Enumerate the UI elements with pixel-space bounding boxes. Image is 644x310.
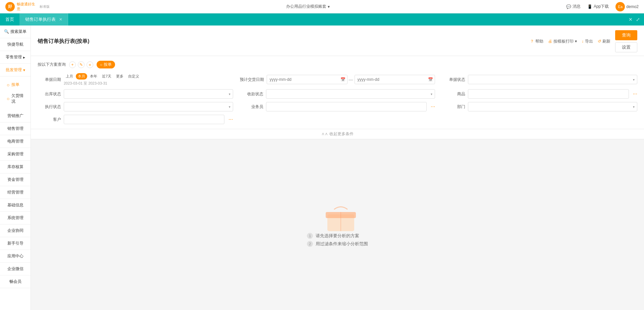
payment-status-select-wrap: ▾ <box>266 89 435 99</box>
top-bar-center[interactable]: 办公用品行业模拟账套 ▾ <box>286 4 330 9</box>
date-range-display-text: 2023-03-01 至 2023-03-31 <box>64 81 233 86</box>
collapse-arrow-icon: ∧∧ <box>321 132 328 136</box>
tab-close-all-icon[interactable]: ✕ <box>629 17 633 22</box>
sidebar-item-corp-wechat[interactable]: 企业微信 <box>0 263 31 275</box>
sidebar-item-finance-mgmt[interactable]: 资金管理 <box>0 173 31 186</box>
print-chevron-icon: ▾ <box>575 39 577 44</box>
date-separator: — <box>349 77 353 82</box>
tab-home[interactable]: 首页 <box>0 13 20 25</box>
collapse-bar[interactable]: ∧∧ 收起更多条件 <box>31 129 644 139</box>
tab-bar: 首页 销售订单执行表 ✕ ✕ ⤢ <box>0 13 644 25</box>
customer-dots-icon[interactable]: ··· <box>228 116 233 122</box>
dept-label: 部门 <box>442 104 465 110</box>
help-icon: ？ <box>530 39 534 44</box>
form-row-exec-status: 执行状态 ▾ <box>38 102 233 111</box>
scheme-edit-btn[interactable]: ✎ <box>78 61 85 68</box>
order-icon: ○ <box>7 82 9 88</box>
account-chevron-icon: ▾ <box>328 4 330 9</box>
sidebar-item-purchase-mgmt[interactable]: 采购管理 <box>0 148 31 161</box>
export-action[interactable]: ↓ 导出 <box>582 39 593 44</box>
top-bar: 好 畅捷通好生意 标准版 办公用品行业模拟账套 ▾ 💬 消息 📱 App下载 E… <box>0 0 644 13</box>
sidebar-item-new-guide[interactable]: 新手引导 <box>0 237 31 250</box>
scheme-bar: 按以下方案查询 + ✎ « ○ 按单 <box>38 61 637 68</box>
dq-more[interactable]: 更多 <box>114 73 125 80</box>
payment-status-select[interactable] <box>266 89 435 99</box>
print-action[interactable]: 🖨 按模板打印 ▾ <box>548 39 577 44</box>
settings-button[interactable]: 设置 <box>615 42 637 52</box>
exec-status-select[interactable] <box>64 102 233 111</box>
sidebar-item-sys-mgmt[interactable]: 系统管理 <box>0 212 31 224</box>
order-status-select[interactable] <box>468 75 637 84</box>
dq-last-7[interactable]: 近7天 <box>100 73 113 80</box>
sidebar-subitem-debt[interactable]: ○ 欠货情况 <box>0 90 31 107</box>
search-form-row4: 客户 ··· <box>38 115 637 124</box>
sidebar-item-member[interactable]: 畅会员 <box>0 275 31 288</box>
sidebar-item-marketing[interactable]: 营销推广 <box>0 110 31 122</box>
top-bar-right: 💬 消息 📱 App下载 Ea demo2 <box>566 2 639 11</box>
help-action[interactable]: ？ 帮助 <box>530 39 543 44</box>
search-form-row3: 执行状态 ▾ 业务员 ··· 部门 <box>38 102 637 111</box>
sidebar-item-ops-mgmt[interactable]: 经营管理 <box>0 186 31 199</box>
sidebar-item-sales-mgmt[interactable]: 销售管理 <box>0 122 31 135</box>
page-title: 销售订单执行表(按单) <box>38 38 90 45</box>
print-icon: 🖨 <box>548 39 552 44</box>
scheme-label: 按以下方案查询 <box>38 62 66 67</box>
goods-input[interactable] <box>468 89 629 99</box>
sidebar-item-app-center[interactable]: 应用中心 <box>0 250 31 263</box>
expected-date-label: 预计交货日期 <box>240 77 264 83</box>
scheme-tag-order-icon: ○ <box>100 62 102 67</box>
search-form-row2: 出库状态 ▾ 收款状态 ▾ <box>38 89 637 99</box>
logo-icon: 好 <box>5 2 15 11</box>
sidebar-item-quick-nav[interactable]: 快捷导航 <box>0 38 31 51</box>
expected-date-start-input[interactable] <box>267 75 347 84</box>
expected-date-end-input[interactable] <box>355 75 435 84</box>
avatar: Ea <box>615 2 625 11</box>
delivery-status-label: 出库状态 <box>38 91 61 97</box>
sidebar-item-wholesale-mgmt[interactable]: 批发管理 ▾ <box>0 64 31 76</box>
customer-input[interactable] <box>64 115 224 124</box>
sidebar-search[interactable]: 🔍 搜索菜单 <box>0 25 31 38</box>
app-download-btn[interactable]: 📱 App下载 <box>587 4 609 9</box>
tab-expand-icon[interactable]: ⤢ <box>636 17 640 22</box>
customer-label: 客户 <box>38 117 61 122</box>
sidebar-item-basic-info[interactable]: 基础信息 <box>0 199 31 212</box>
user-profile[interactable]: Ea demo2 <box>615 2 639 11</box>
salesman-input[interactable] <box>266 102 427 111</box>
sidebar-item-corp-coop[interactable]: 企业协同 <box>0 224 31 237</box>
step-1-num: 1 <box>307 233 313 239</box>
date-quick-filters: 上月 本月 本年 近7天 更多 自定义 <box>64 73 233 80</box>
empty-steps: 1 请先选择要分析的方案 2 用过滤条件来缩小分析范围 <box>307 233 368 247</box>
sub-menu-wholesale: ○ 按单 ○ 欠货情况 <box>0 76 31 110</box>
search-panel: 按以下方案查询 + ✎ « ○ 按单 <box>31 56 644 129</box>
sidebar: 🔍 搜索菜单 快捷导航 零售管理 ▸ 批发管理 ▾ ○ 按单 ○ 欠货情况 营销… <box>0 25 31 310</box>
sidebar-item-retail-mgmt[interactable]: 零售管理 ▸ <box>0 51 31 64</box>
scheme-add-btn[interactable]: + <box>69 61 76 68</box>
message-icon: 💬 <box>566 4 571 9</box>
salesman-dots-icon[interactable]: ··· <box>431 104 435 110</box>
salesman-label: 业务员 <box>240 104 263 110</box>
dq-this-year[interactable]: 本年 <box>88 73 99 80</box>
dept-select[interactable] <box>468 102 637 111</box>
message-btn[interactable]: 💬 消息 <box>566 4 581 9</box>
sidebar-item-stock-check[interactable]: 库存核算 <box>0 161 31 173</box>
tab-close-icon[interactable]: ✕ <box>59 17 62 22</box>
delivery-status-select[interactable] <box>64 89 233 99</box>
scheme-collapse-btn[interactable]: « <box>87 61 93 68</box>
dq-last-month[interactable]: 上月 <box>64 73 75 80</box>
form-row-delivery-status: 出库状态 ▾ <box>38 89 233 99</box>
sidebar-subitem-order[interactable]: ○ 按单 <box>0 79 31 90</box>
top-bar-left: 好 畅捷通好生意 标准版 <box>5 2 50 11</box>
refresh-icon: ↺ <box>598 39 601 44</box>
tab-sales-order-exec[interactable]: 销售订单执行表 ✕ <box>20 13 68 25</box>
goods-dots-icon[interactable]: ··· <box>633 91 637 97</box>
dq-custom[interactable]: 自定义 <box>126 73 141 80</box>
account-name: 办公用品行业模拟账套 <box>286 4 326 9</box>
scheme-edit-icon: ✎ <box>79 62 83 67</box>
scheme-tag-order[interactable]: ○ 按单 <box>97 61 115 68</box>
sidebar-item-ecom-mgmt[interactable]: 电商管理 <box>0 135 31 148</box>
step-1-text: 请先选择要分析的方案 <box>316 233 359 239</box>
debt-icon: ○ <box>7 96 9 101</box>
refresh-action[interactable]: ↺ 刷新 <box>598 39 610 44</box>
dq-this-month[interactable]: 本月 <box>76 73 87 80</box>
query-button[interactable]: 查询 <box>615 30 637 40</box>
